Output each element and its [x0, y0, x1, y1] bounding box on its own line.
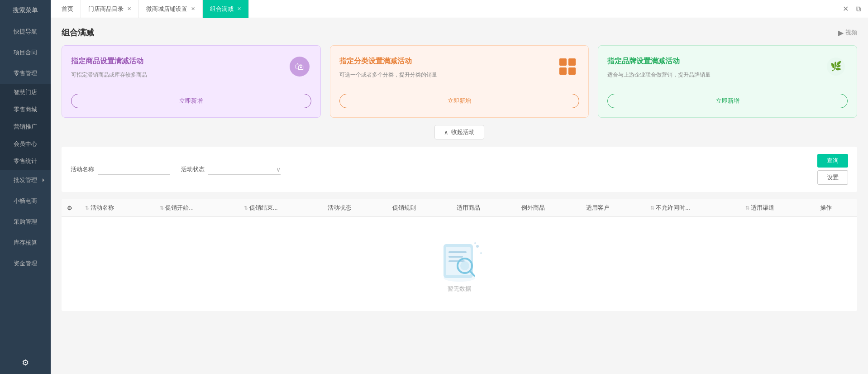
sidebar-item-retail-stats[interactable]: 零售统计: [0, 153, 51, 170]
svg-rect-10: [448, 256, 463, 258]
svg-rect-9: [448, 251, 467, 253]
setting-btn[interactable]: 设置: [817, 170, 848, 185]
empty-state: 暂无数据: [62, 217, 857, 311]
brand-activity-desc: 适合与上游企业联合做营销，提升品牌销量: [607, 71, 848, 86]
product-activity-icon: 🛍: [290, 57, 310, 77]
activity-name-label: 活动名称: [71, 165, 94, 173]
brand-activity-icon: 🌿: [826, 57, 846, 77]
collapse-activity-btn[interactable]: ∧ 收起活动: [434, 125, 484, 139]
activity-cards: 🛍 指定商品设置满减活动 可指定滞销商品或库存较多商品 立即新增 指定分类设置满…: [62, 45, 857, 118]
category-activity-add-btn[interactable]: 立即新增: [339, 94, 580, 108]
gear-icon: ⚙: [22, 358, 29, 367]
table-body: 暂无数据: [62, 217, 857, 312]
tab-combo-discount[interactable]: 组合满减 ✕: [203, 0, 249, 18]
sidebar-item-smart-store[interactable]: 智慧门店: [0, 84, 51, 101]
category-activity-title: 指定分类设置满减活动: [339, 57, 580, 66]
tab-home[interactable]: 首页: [54, 0, 81, 18]
data-table: ⚙ 活动名称 促销开始... 促销结束... 活动状态: [62, 199, 857, 311]
col-exception-products: 例外商品: [516, 199, 581, 217]
col-promo-end[interactable]: 促销结束...: [238, 199, 323, 217]
col-promo-start[interactable]: 促销开始...: [154, 199, 238, 217]
chevron-up-icon: ∧: [444, 129, 448, 136]
svg-point-16: [480, 252, 482, 254]
svg-point-13: [460, 261, 469, 270]
svg-rect-11: [448, 260, 465, 262]
sidebar-item-finance-mgmt[interactable]: 资金管理: [0, 253, 51, 274]
svg-rect-0: [559, 58, 567, 66]
sidebar-item-member-center[interactable]: 会员中心: [0, 135, 51, 153]
activity-status-select-wrapper: ∨: [208, 164, 281, 175]
tab-close-store-catalog[interactable]: ✕: [127, 6, 131, 12]
filter-bar: 活动名称 活动状态 ∨ 查询 设置: [62, 147, 857, 192]
sidebar-item-wholesale-mgmt[interactable]: 批发管理: [0, 170, 51, 191]
content-area: 组合满减 ▶ 视频 🛍 指定商品设置满减活动 可指定滞销商品或库存较多商品 立即…: [51, 18, 868, 374]
brand-activity-title: 指定品牌设置满减活动: [607, 57, 848, 66]
col-no-concurrent[interactable]: 不允许同时...: [645, 199, 740, 217]
data-table-container: ⚙ 活动名称 促销开始... 促销结束... 活动状态: [62, 199, 857, 311]
tab-close-combo-discount[interactable]: ✕: [237, 6, 241, 12]
tab-store-catalog[interactable]: 门店商品目录 ✕: [81, 0, 139, 18]
empty-state-row: 暂无数据: [62, 217, 857, 312]
brand-activity-card: 🌿 指定品牌设置满减活动 适合与上游企业联合做营销，提升品牌销量 立即新增: [598, 45, 857, 118]
col-applicable-channels[interactable]: 适用渠道: [740, 199, 815, 217]
col-promo-rules: 促销规则: [387, 199, 452, 217]
sidebar-item-project-contract[interactable]: 项目合同: [0, 42, 51, 63]
page-header: 组合满减 ▶ 视频: [62, 27, 857, 38]
settings-icon: ⚙: [67, 205, 72, 211]
category-activity-desc: 可选一个或者多个分类，提升分类的销量: [339, 71, 580, 86]
sidebar: 搜索菜单 快捷导航 项目合同 零售管理 智慧门店 零售商城 营销推广 会员中心 …: [0, 0, 51, 374]
sidebar-item-marketing[interactable]: 营销推广: [0, 118, 51, 135]
collapse-bar: ∧ 收起活动: [62, 125, 857, 139]
empty-text: 暂无数据: [448, 285, 471, 293]
tab-bar: 首页 门店商品目录 ✕ 微商城店铺设置 ✕ 组合满减 ✕ ✕ ⧉: [51, 0, 868, 18]
col-operations: 操作: [815, 199, 857, 217]
filter-activity-status: 活动状态 ∨: [181, 164, 281, 175]
sidebar-item-purchase-mgmt[interactable]: 采购管理: [0, 211, 51, 232]
video-link[interactable]: ▶ 视频: [838, 29, 857, 37]
svg-rect-1: [568, 58, 576, 66]
product-activity-card: 🛍 指定商品设置满减活动 可指定滞销商品或库存较多商品 立即新增: [62, 45, 321, 118]
table-header-row: ⚙ 活动名称 促销开始... 促销结束... 活动状态: [62, 199, 857, 217]
col-activity-name[interactable]: 活动名称: [80, 199, 154, 217]
sidebar-search[interactable]: 搜索菜单: [0, 0, 51, 21]
svg-point-15: [476, 245, 479, 248]
product-activity-add-btn[interactable]: 立即新增: [71, 94, 311, 108]
query-btn[interactable]: 查询: [817, 154, 848, 168]
col-activity-status: 活动状态: [322, 199, 387, 217]
svg-point-17: [474, 242, 476, 244]
activity-status-select[interactable]: [208, 164, 281, 175]
category-activity-card: 指定分类设置满减活动 可选一个或者多个分类，提升分类的销量 立即新增: [330, 45, 589, 118]
sidebar-item-retail-mgmt[interactable]: 零售管理: [0, 63, 51, 84]
main-area: 首页 门店商品目录 ✕ 微商城店铺设置 ✕ 组合满减 ✕ ✕ ⧉ 组合满减: [51, 0, 868, 374]
sidebar-settings-btn[interactable]: ⚙: [0, 351, 51, 374]
page-title: 组合满减: [62, 27, 94, 38]
col-applicable-customers: 适用客户: [581, 199, 645, 217]
activity-name-input[interactable]: [98, 164, 170, 175]
tab-wechat-store-settings[interactable]: 微商城店铺设置 ✕: [139, 0, 203, 18]
filter-actions: 查询 设置: [817, 154, 848, 185]
activity-status-label: 活动状态: [181, 165, 205, 173]
close-window-btn[interactable]: ✕: [841, 5, 850, 14]
col-settings[interactable]: ⚙: [62, 199, 80, 217]
svg-rect-2: [559, 67, 567, 75]
svg-text:🌿: 🌿: [830, 61, 842, 72]
product-activity-title: 指定商品设置满减活动: [71, 57, 311, 66]
empty-illustration: [432, 235, 486, 285]
maximize-window-btn[interactable]: ⧉: [854, 5, 863, 14]
filter-activity-name: 活动名称: [71, 164, 170, 175]
sidebar-item-inventory-calc[interactable]: 库存核算: [0, 232, 51, 253]
play-circle-icon: ▶: [838, 29, 844, 37]
tab-close-wechat-store-settings[interactable]: ✕: [191, 6, 195, 12]
sidebar-item-xiochang-ecommerce[interactable]: 小畅电商: [0, 191, 51, 211]
sidebar-item-retail-mall[interactable]: 零售商城: [0, 101, 51, 118]
svg-rect-3: [568, 67, 576, 75]
category-activity-icon: [558, 57, 577, 77]
window-controls: ✕ ⧉: [841, 5, 864, 14]
brand-activity-add-btn[interactable]: 立即新增: [607, 94, 848, 108]
product-activity-desc: 可指定滞销商品或库存较多商品: [71, 71, 311, 86]
col-applicable-products: 适用商品: [451, 199, 516, 217]
sidebar-item-quick-nav[interactable]: 快捷导航: [0, 21, 51, 42]
